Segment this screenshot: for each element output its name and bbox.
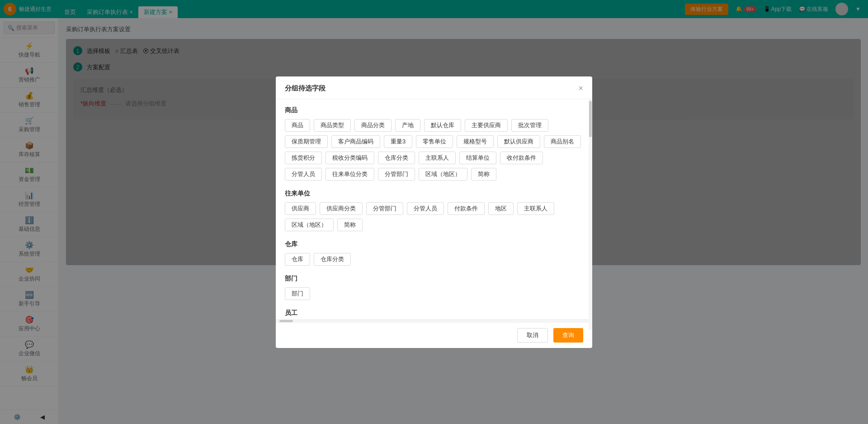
dept-fields: 部门	[285, 287, 583, 300]
confirm-button[interactable]: 查询	[553, 328, 583, 343]
field-goods-alias[interactable]: 商品别名	[544, 135, 581, 148]
field-shelf-life[interactable]: 保质期管理	[285, 135, 328, 148]
field-pick-points[interactable]: 拣货积分	[285, 152, 322, 164]
cancel-button[interactable]: 取消	[517, 328, 548, 343]
field-supplier-category[interactable]: 供应商分类	[320, 202, 363, 215]
field-short-name-goods[interactable]: 简称	[471, 168, 496, 181]
field-area-partner[interactable]: 区域（地区）	[285, 219, 334, 231]
field-payment-terms[interactable]: 付款条件	[448, 202, 485, 215]
field-main-contact[interactable]: 主联系人	[419, 152, 456, 164]
field-supervisor[interactable]: 分管人员	[285, 168, 322, 181]
field-managing-dept[interactable]: 分管部门	[378, 168, 415, 181]
field-managing-dept-partner[interactable]: 分管部门	[366, 202, 403, 215]
modal-overlay: 分组待选字段 × 商品 商品 商品类型 商品分类 产地 默认仓库 主要供应商 批…	[0, 0, 868, 424]
field-settlement-unit[interactable]: 结算单位	[459, 152, 496, 164]
field-payment-conditions[interactable]: 收付款条件	[500, 152, 543, 164]
field-warehouse[interactable]: 仓库	[285, 253, 310, 266]
field-group-partner-title: 往来单位	[285, 190, 583, 198]
modal-header: 分组待选字段 ×	[276, 76, 592, 99]
field-group-dept: 部门 部门	[285, 275, 583, 300]
field-goods-category[interactable]: 商品分类	[354, 119, 392, 132]
field-region-partner[interactable]: 地区	[488, 202, 514, 215]
field-partner-category[interactable]: 往来单位分类	[326, 168, 374, 181]
modal-footer: 取消 查询	[276, 322, 592, 348]
modal-scroll-track[interactable]	[589, 99, 592, 330]
field-group-warehouse-title: 仓库	[285, 240, 583, 248]
field-main-contact-partner[interactable]: 主联系人	[517, 202, 554, 215]
goods-fields: 商品 商品类型 商品分类 产地 默认仓库 主要供应商 批次管理 保质期管理 客户…	[285, 119, 583, 181]
field-group-employee-title: 员工	[285, 309, 583, 317]
warehouse-fields: 仓库 仓库分类	[285, 253, 583, 266]
field-short-name-partner[interactable]: 简称	[337, 219, 363, 231]
field-retail-unit[interactable]: 零售单位	[416, 135, 453, 148]
field-goods-type[interactable]: 商品类型	[314, 119, 351, 132]
field-goods[interactable]: 商品	[285, 119, 310, 132]
field-batch-management[interactable]: 批次管理	[511, 119, 548, 132]
field-tax-code[interactable]: 税收分类编码	[326, 152, 374, 164]
field-default-warehouse[interactable]: 默认仓库	[424, 119, 461, 132]
field-weight3[interactable]: 重量3	[384, 135, 412, 148]
field-spec-model[interactable]: 规格型号	[457, 135, 494, 148]
field-supplier[interactable]: 供应商	[285, 202, 316, 215]
modal-close-button[interactable]: ×	[578, 84, 583, 93]
field-warehouse-cat[interactable]: 仓库分类	[314, 253, 351, 266]
modal-title: 分组待选字段	[285, 84, 326, 93]
field-warehouse-category[interactable]: 仓库分类	[378, 152, 415, 164]
field-group-goods-title: 商品	[285, 106, 583, 114]
field-dept[interactable]: 部门	[285, 287, 310, 300]
field-group-partner: 往来单位 供应商 供应商分类 分管部门 分管人员 付款条件 地区 主联系人 区域…	[285, 190, 583, 231]
partner-fields: 供应商 供应商分类 分管部门 分管人员 付款条件 地区 主联系人 区域（地区） …	[285, 202, 583, 231]
field-selection-modal: 分组待选字段 × 商品 商品 商品类型 商品分类 产地 默认仓库 主要供应商 批…	[276, 76, 592, 348]
field-group-dept-title: 部门	[285, 275, 583, 283]
field-managing-person-partner[interactable]: 分管人员	[407, 202, 444, 215]
field-customer-goods-code[interactable]: 客户商品编码	[331, 135, 380, 148]
field-region-goods[interactable]: 区域（地区）	[419, 168, 467, 181]
field-group-warehouse: 仓库 仓库 仓库分类	[285, 240, 583, 266]
field-main-supplier[interactable]: 主要供应商	[465, 119, 508, 132]
modal-scroll-thumb[interactable]	[589, 101, 592, 137]
field-default-supplier[interactable]: 默认供应商	[497, 135, 540, 148]
field-group-employee: 员工 业务员	[285, 309, 583, 319]
field-origin[interactable]: 产地	[395, 119, 420, 132]
modal-body[interactable]: 商品 商品 商品类型 商品分类 产地 默认仓库 主要供应商 批次管理 保质期管理…	[276, 99, 592, 319]
field-group-goods: 商品 商品 商品类型 商品分类 产地 默认仓库 主要供应商 批次管理 保质期管理…	[285, 106, 583, 181]
